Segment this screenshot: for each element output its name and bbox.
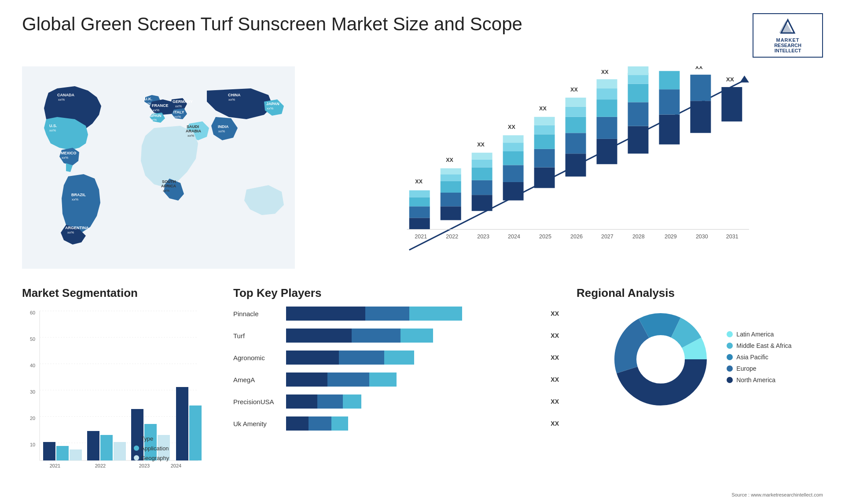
player-value: XX [551, 416, 559, 431]
brazil-label: BRAZIL [71, 193, 86, 197]
svg-rect-99 [176, 387, 188, 460]
svg-rect-92 [100, 435, 113, 460]
svg-rect-87 [43, 442, 55, 460]
svg-rect-41 [566, 117, 586, 133]
svg-text:Type: Type [141, 435, 153, 442]
bar-chart-section: XX 2021 XX 2022 [304, 66, 823, 278]
svg-rect-61 [659, 89, 680, 114]
players-title: Top Key Players [233, 286, 559, 300]
player-value: XX [551, 307, 559, 321]
canada-value: xx% [58, 98, 65, 102]
logo-line3: INTELLECT [775, 48, 801, 53]
svg-point-102 [134, 436, 139, 441]
mexico-label: MEXICO [61, 151, 77, 155]
svg-text:50: 50 [30, 336, 35, 342]
svg-text:XX: XX [446, 157, 453, 163]
svg-rect-21 [472, 160, 492, 168]
player-value: XX [551, 394, 559, 409]
svg-text:20: 20 [30, 416, 35, 421]
germany-label: GERMANY [173, 99, 193, 104]
india-label: INDIA [218, 124, 229, 129]
bar-2029: XX 2029 [659, 66, 680, 240]
player-row: PinnacleXX [233, 307, 559, 321]
svg-rect-13 [441, 181, 461, 193]
us-value: xx% [49, 128, 56, 132]
japan-label: JAPAN [266, 102, 279, 106]
legend-label: Asia Pacific [736, 354, 768, 361]
legend-label: Middle East & Africa [736, 342, 791, 349]
legend-color-dot [727, 354, 733, 360]
svg-text:2031: 2031 [726, 234, 738, 240]
player-bar-container [286, 329, 546, 343]
segmentation-section: Market Segmentation 60 50 40 30 20 10 [22, 286, 216, 497]
bar-2031: XX 2031 [721, 76, 742, 240]
legend-label: Latin America [736, 331, 774, 338]
svg-text:XX: XX [726, 76, 734, 83]
player-bar-container [286, 373, 546, 387]
svg-text:XX: XX [632, 66, 640, 68]
player-name: PrecisionUSA [233, 398, 286, 405]
svg-rect-47 [597, 117, 617, 139]
svg-rect-36 [534, 117, 555, 125]
saudi-label: SAUDI [187, 124, 199, 129]
svg-point-104 [134, 446, 139, 451]
china-value: xx% [228, 98, 235, 102]
bar-light-segment [343, 394, 362, 409]
svg-text:2025: 2025 [539, 234, 551, 240]
player-bar [286, 351, 437, 365]
svg-rect-60 [659, 115, 680, 145]
bar-dark-segment [286, 329, 352, 343]
south-africa-label: SOUTH [162, 179, 176, 184]
svg-rect-22 [472, 153, 492, 160]
svg-point-113 [639, 337, 683, 381]
svg-rect-7 [409, 197, 430, 206]
bar-2026: XX 2026 [566, 87, 586, 240]
svg-rect-55 [628, 84, 648, 102]
donut-chart [608, 307, 713, 412]
svg-text:XX: XX [665, 66, 672, 68]
svg-text:Geography: Geography [141, 455, 169, 461]
svg-rect-26 [503, 165, 524, 182]
bar-2027: XX 2027 [597, 69, 617, 240]
svg-text:XX: XX [508, 124, 515, 130]
logo-line2: RESEARCH [774, 43, 801, 48]
us-label: U.S. [49, 124, 57, 128]
svg-rect-39 [566, 153, 586, 176]
svg-rect-18 [472, 195, 492, 211]
player-row: AgronomicXX [233, 351, 559, 365]
germany-value: xx% [175, 104, 182, 108]
player-value: XX [551, 329, 559, 343]
legend-color-dot [727, 377, 733, 383]
player-bar [286, 373, 424, 387]
svg-rect-49 [597, 88, 617, 99]
player-name: Pinnacle [233, 310, 286, 318]
svg-text:30: 30 [30, 389, 35, 394]
player-row: PrecisionUSAXX [233, 394, 559, 409]
players-chart: PinnacleXXTurfXXAgronomicXXAmegAXXPrecis… [233, 307, 559, 431]
main-content: CANADA xx% U.S. xx% MEXICO xx% BRAZIL xx… [22, 66, 823, 497]
svg-text:XX: XX [601, 69, 609, 75]
svg-text:2022: 2022 [95, 463, 106, 468]
player-bar-container [286, 394, 546, 409]
svg-rect-93 [114, 442, 126, 460]
segmentation-title: Market Segmentation [22, 286, 216, 300]
svg-text:2021: 2021 [415, 234, 427, 240]
source-text: Source : www.marketresearchintellect.com [731, 492, 823, 497]
svg-text:10: 10 [30, 442, 35, 447]
svg-rect-66 [690, 75, 711, 101]
world-map-svg: CANADA xx% U.S. xx% MEXICO xx% BRAZIL xx… [22, 66, 295, 269]
italy-value: xx% [174, 115, 181, 119]
svg-text:40: 40 [30, 363, 35, 368]
uk-label: U.K. [144, 97, 152, 101]
svg-rect-88 [56, 446, 69, 460]
legend-item: Latin America [727, 331, 791, 338]
legend-label: North America [736, 376, 775, 383]
svg-rect-91 [87, 431, 99, 460]
legend-item: North America [727, 376, 791, 383]
regional-section: Regional Analysis [577, 286, 823, 497]
svg-text:2026: 2026 [570, 234, 583, 240]
logo: MARKET RESEARCH INTELLECT [753, 13, 823, 58]
page-title: Global Green Screen Turf Sunscreen Marke… [22, 13, 522, 35]
svg-rect-20 [472, 168, 492, 180]
svg-rect-33 [534, 149, 555, 168]
